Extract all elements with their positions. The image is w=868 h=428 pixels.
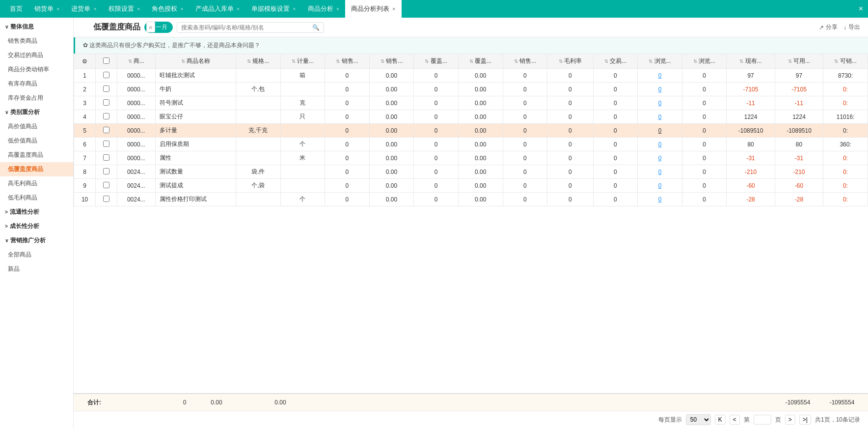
sidebar-item-high-value[interactable]: 高价值商品: [0, 119, 73, 134]
page-number-input[interactable]: 1: [754, 415, 771, 425]
row-browse1[interactable]: 0: [638, 179, 682, 193]
row-browse1[interactable]: 0: [638, 96, 682, 110]
row-browse1[interactable]: 0: [638, 83, 682, 96]
nav-tab-warehouse[interactable]: 产成品入库单 ×: [190, 0, 245, 18]
close-icon[interactable]: ×: [56, 6, 59, 12]
row-unit: 个: [280, 193, 325, 206]
row-checkbox[interactable]: [96, 69, 117, 83]
row-sales3: 0: [503, 179, 547, 193]
row-checkbox[interactable]: [96, 96, 117, 110]
sidebar-group-overall[interactable]: ∨ 整体信息: [0, 20, 73, 34]
row-sellable: 0:: [823, 165, 868, 179]
last-page-button[interactable]: >|: [799, 415, 811, 425]
sidebar-item-stock-capital[interactable]: 库存资金占用: [0, 91, 73, 105]
row-checkbox[interactable]: [96, 124, 117, 138]
row-spec: [236, 69, 280, 83]
close-icon[interactable]: ×: [336, 6, 339, 12]
nav-tab-purchase[interactable]: 进货单 ×: [65, 0, 102, 18]
close-all-tabs-button[interactable]: ×: [859, 4, 863, 13]
row-browse1[interactable]: 0: [638, 193, 682, 206]
table-wrapper: ⚙ ⇅ 商... ⇅ 商品名称 ⇅ 规格... ⇅ 计量... ⇅ 销售... …: [74, 54, 868, 393]
nav-tab-roles[interactable]: 角色授权 ×: [146, 0, 189, 18]
row-sales1: 0: [325, 193, 370, 206]
col-current: ⇅ 现有...: [727, 54, 775, 69]
row-unit: 只: [280, 110, 325, 124]
sidebar-item-sales-goods[interactable]: 销售类商品: [0, 34, 73, 48]
row-browse2: 0: [682, 124, 727, 138]
row-browse1[interactable]: 0: [638, 165, 682, 179]
row-coverage1: 0: [414, 138, 459, 151]
nav-tab-home[interactable]: 首页: [4, 0, 28, 18]
sidebar-item-high-margin[interactable]: 高毛利商品: [0, 176, 73, 191]
content-header: 低覆盖度商品 近一月 🔍 ↗ 分享 ↓ 导出: [74, 18, 868, 37]
row-no: 1: [74, 69, 96, 83]
sidebar-item-in-stock[interactable]: 有库存商品: [0, 77, 73, 91]
row-browse1[interactable]: 0: [638, 69, 682, 83]
search-input[interactable]: [181, 24, 310, 31]
pagination-summary: 共1页，10条记录: [815, 416, 860, 424]
row-checkbox[interactable]: [96, 193, 117, 206]
row-browse1[interactable]: 0: [638, 151, 682, 165]
select-all-checkbox[interactable]: [103, 57, 109, 64]
close-icon[interactable]: ×: [180, 6, 183, 12]
prev-page-button[interactable]: <: [730, 415, 740, 425]
first-page-button[interactable]: K: [715, 415, 726, 425]
row-sales2: 0.00: [369, 165, 414, 179]
row-checkbox[interactable]: [96, 165, 117, 179]
sidebar-item-low-value[interactable]: 低价值商品: [0, 134, 73, 148]
table-row: 2 0000... 牛奶 个,包 0 0.00 0 0.00 0 0 0 0 0…: [74, 83, 868, 96]
sidebar-item-low-margin[interactable]: 低毛利商品: [0, 191, 73, 205]
sidebar-group-marketing[interactable]: ∨ 营销推广分析: [0, 233, 73, 248]
col-gross-margin: ⇅ 毛利率: [547, 54, 594, 69]
row-no: 3: [74, 96, 96, 110]
sidebar-item-traded-goods[interactable]: 交易过的商品: [0, 48, 73, 62]
nav-tab-analysis[interactable]: 商品分析 ×: [302, 0, 345, 18]
row-browse1[interactable]: 0: [638, 138, 682, 151]
row-sales3: 0: [503, 138, 547, 151]
row-browse2: 0: [682, 179, 727, 193]
sidebar: ∨ 整体信息 销售类商品 交易过的商品 商品分类动销率 有库存商品 库存资金占用…: [0, 18, 74, 428]
row-checkbox[interactable]: [96, 138, 117, 151]
col-settings[interactable]: ⚙: [74, 54, 96, 69]
total-current: -1095554: [776, 399, 820, 406]
row-coverage2: 0.00: [458, 124, 503, 138]
close-icon[interactable]: ×: [137, 6, 140, 12]
close-icon[interactable]: ×: [93, 6, 96, 12]
row-coverage1: 0: [414, 69, 459, 83]
row-checkbox[interactable]: [96, 110, 117, 124]
nav-tab-sales[interactable]: 销货单 ×: [28, 0, 65, 18]
sidebar-collapse-button[interactable]: «: [146, 22, 155, 32]
close-icon[interactable]: ×: [237, 6, 240, 12]
sidebar-item-all-goods[interactable]: 全部商品: [0, 248, 73, 262]
share-button[interactable]: ↗ 分享: [819, 23, 838, 31]
sidebar-group-growth[interactable]: > 成长性分析: [0, 219, 73, 233]
close-icon[interactable]: ×: [392, 6, 395, 12]
row-browse2: 0: [682, 165, 727, 179]
row-checkbox[interactable]: [96, 83, 117, 96]
row-coverage1: 0: [414, 110, 459, 124]
col-sales1: ⇅ 销售...: [325, 54, 370, 69]
row-coverage1: 0: [414, 179, 459, 193]
nav-tab-analysis-list[interactable]: 商品分析列表 ×: [345, 0, 401, 18]
product-table: ⚙ ⇅ 商... ⇅ 商品名称 ⇅ 规格... ⇅ 计量... ⇅ 销售... …: [74, 54, 868, 206]
sidebar-item-high-coverage[interactable]: 高覆盖度商品: [0, 148, 73, 162]
next-page-button[interactable]: >: [785, 415, 795, 425]
row-checkbox[interactable]: [96, 179, 117, 193]
row-current: 80: [727, 138, 775, 151]
row-checkbox[interactable]: [96, 151, 117, 165]
row-unit: 米: [280, 151, 325, 165]
nav-tab-permissions[interactable]: 权限设置 ×: [103, 0, 146, 18]
sidebar-group-category-analysis[interactable]: ∨ 类别重分析: [0, 105, 73, 119]
row-browse1[interactable]: 0: [638, 124, 682, 138]
nav-tab-template[interactable]: 单据模板设置 ×: [245, 0, 301, 18]
close-icon[interactable]: ×: [293, 6, 296, 12]
export-button[interactable]: ↓ 导出: [843, 23, 860, 31]
sidebar-group-liquidity[interactable]: > 流通性分析: [0, 205, 73, 219]
row-unit: 个: [280, 138, 325, 151]
sidebar-item-low-coverage[interactable]: 低覆盖度商品: [0, 162, 73, 176]
row-browse1[interactable]: 0: [638, 110, 682, 124]
per-page-select[interactable]: 50 20 100: [686, 414, 711, 425]
sidebar-item-category-turnover[interactable]: 商品分类动销率: [0, 62, 73, 77]
sidebar-item-new-products[interactable]: 新品: [0, 262, 73, 276]
row-current: -60: [727, 179, 775, 193]
